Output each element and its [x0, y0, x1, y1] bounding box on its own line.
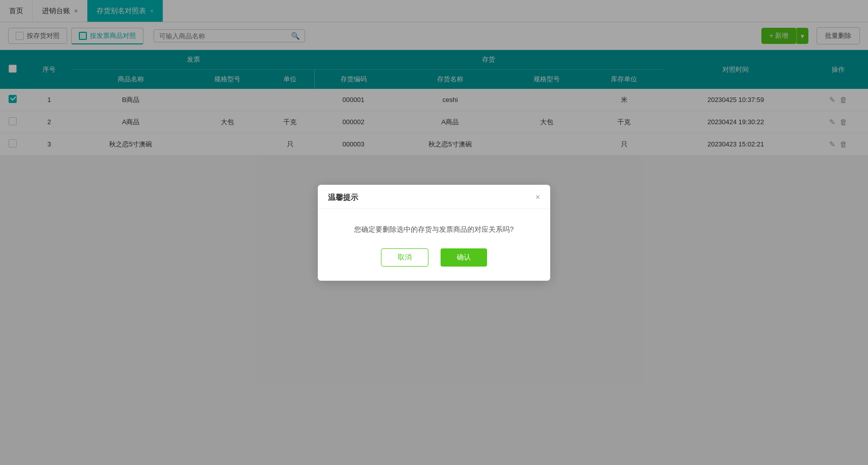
overlay: 温馨提示 × 您确定要删除选中的存货与发票商品的对应关系吗? 取消 确认 [0, 0, 868, 156]
